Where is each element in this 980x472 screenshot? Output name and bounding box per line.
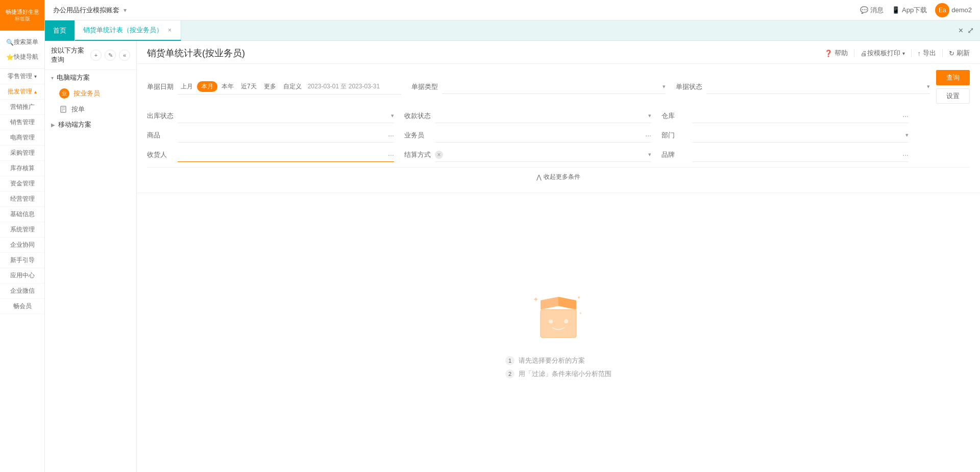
- sidebar-item-label: 资金管理: [10, 179, 35, 188]
- dept-control[interactable]: ▾: [692, 128, 909, 143]
- collapse-panel-button[interactable]: «: [119, 50, 130, 61]
- sidebar-item-sales[interactable]: 销售管理: [0, 115, 44, 130]
- sidebar-item-weixin[interactable]: 企业微信: [0, 284, 44, 299]
- filter-row-2: 出库状态 ▾ 收款状态 ▾: [147, 109, 970, 123]
- user-avatar-item[interactable]: Ea demo2: [935, 3, 972, 17]
- main-area: 办公用品行业模拟账套 ▾ 💬 消息 📱 App下载 Ea demo2 首页: [45, 0, 980, 472]
- print-button[interactable]: 🖨 按模板打印 ▾: [861, 49, 905, 58]
- avatar[interactable]: Ea: [935, 3, 949, 17]
- export-button[interactable]: ↑ 导出: [918, 49, 937, 58]
- refresh-button[interactable]: ↻ 刷新: [949, 49, 970, 58]
- this-month-btn[interactable]: 本月: [197, 81, 217, 92]
- sidebar-item-member[interactable]: 畅会员: [0, 299, 44, 314]
- empty-hint-2: 2 用「过滤」条件来缩小分析范围: [505, 369, 611, 379]
- settlement-clear-icon[interactable]: ×: [435, 151, 443, 159]
- sidebar-item-label: 新手引导: [10, 256, 35, 265]
- message-item[interactable]: 💬 消息: [860, 6, 884, 15]
- sidebar-item-operation[interactable]: 经营管理: [0, 192, 44, 207]
- consignee-label: 收货人: [147, 150, 178, 159]
- filter-row-1: 单据日期 上月 本月 本年 近7天 更多 自定义 2023-03-01 至 20…: [147, 70, 970, 104]
- consignee-filter-item: 收货人 ···: [147, 148, 394, 162]
- more-date-btn[interactable]: 更多: [261, 81, 279, 92]
- sidebar-item-retail[interactable]: 零售管理 ▾: [0, 69, 44, 84]
- settlement-control[interactable]: × ▾: [435, 148, 651, 162]
- sidebar-item-purchase[interactable]: 采购管理: [0, 146, 44, 161]
- doc-type-arrow[interactable]: ▾: [663, 83, 666, 90]
- sidebar-item-guide[interactable]: 新手引导: [0, 253, 44, 268]
- last-month-btn[interactable]: 上月: [178, 81, 196, 92]
- settlement-arrow[interactable]: ▾: [648, 151, 651, 158]
- filter-row-3: 商品 ··· 业务员 ···: [147, 128, 970, 143]
- salesperson-scheme-item[interactable]: 业 按业务员: [45, 85, 136, 102]
- collapse-more-button[interactable]: ⋀ 收起更多条件: [530, 171, 586, 183]
- recv-status-filter-item: 收款状态 ▾: [404, 109, 651, 123]
- add-scheme-button[interactable]: +: [90, 50, 102, 61]
- sidebar-item-system[interactable]: 系统管理: [0, 222, 44, 238]
- tab-close-icon[interactable]: ×: [167, 26, 173, 35]
- doc-status-arrow[interactable]: ▾: [927, 83, 930, 90]
- sidebar-item-marketing[interactable]: 营销推广: [0, 100, 44, 115]
- sidebar-item-label: 经营管理: [10, 195, 35, 203]
- date-filter-control[interactable]: 上月 本月 本年 近7天 更多 自定义 2023-03-01 至 2023-03…: [178, 79, 401, 95]
- recv-status-arrow[interactable]: ▾: [648, 112, 651, 119]
- topbar-dropdown-icon[interactable]: ▾: [124, 7, 127, 14]
- sidebar-item-basic[interactable]: 基础信息: [0, 207, 44, 222]
- warehouse-control[interactable]: ···: [692, 109, 909, 123]
- sidebar-item-apps[interactable]: 应用中心: [0, 268, 44, 284]
- edit-scheme-button[interactable]: ✎: [105, 50, 116, 61]
- brand-more-icon[interactable]: ···: [902, 151, 909, 159]
- shortcut-nav-item[interactable]: ⭐ 快捷导航: [4, 50, 40, 64]
- right-content: 销货单统计表(按业务员) ❓ 帮助 🖨 按模板打印 ▾ ↑: [137, 41, 980, 472]
- desktop-scheme-header[interactable]: ▾ 电脑端方案: [45, 70, 136, 85]
- print-dropdown-icon[interactable]: ▾: [902, 51, 905, 56]
- doc-type-filter-item: 单据类型 ▾: [411, 80, 666, 94]
- out-status-arrow[interactable]: ▾: [391, 112, 394, 119]
- dept-arrow[interactable]: ▾: [905, 132, 909, 138]
- search-menu-item[interactable]: 🔍 搜索菜单: [4, 35, 40, 50]
- brand-control[interactable]: ···: [692, 148, 909, 162]
- sidebar-item-label: 营销推广: [10, 103, 35, 111]
- group-expand-icon: ▾: [51, 75, 54, 81]
- group-collapsed-icon: ▶: [51, 122, 55, 128]
- tab-sales-stats[interactable]: 销货单统计表（按业务员） ×: [75, 20, 181, 41]
- tab-close-button[interactable]: ×: [959, 26, 963, 35]
- goods-more-icon[interactable]: ···: [388, 131, 394, 139]
- consignee-control[interactable]: ···: [178, 148, 394, 162]
- mobile-scheme-header[interactable]: ▶ 移动端方案: [45, 117, 136, 132]
- sidebar-item-ecommerce[interactable]: 电商管理: [0, 130, 44, 146]
- salesperson-control[interactable]: ···: [435, 128, 651, 143]
- last-7days-btn[interactable]: 近7天: [238, 81, 260, 92]
- this-year-btn[interactable]: 本年: [218, 81, 237, 92]
- search-icon: 🔍: [6, 39, 14, 46]
- goods-control[interactable]: ···: [178, 128, 394, 143]
- warehouse-more-icon[interactable]: ···: [902, 112, 909, 120]
- page-title: 销货单统计表(按业务员): [147, 47, 245, 59]
- left-panel-header: 按以下方案查询 + ✎ «: [45, 41, 136, 70]
- tab-maximize-button[interactable]: ⤢: [967, 26, 974, 35]
- help-button[interactable]: ❓ 帮助: [824, 49, 848, 58]
- svg-marker-5: [541, 297, 558, 310]
- custom-date-btn[interactable]: 自定义: [280, 81, 305, 92]
- out-status-control[interactable]: ▾: [178, 109, 394, 123]
- app-download-item[interactable]: 📱 App下载: [892, 6, 927, 15]
- sidebar-item-wholesale[interactable]: 批发管理 ▴: [0, 84, 44, 100]
- sidebar-item-finance[interactable]: 资金管理: [0, 176, 44, 192]
- logo-text: 畅捷通好生意: [6, 8, 39, 15]
- doc-status-control[interactable]: ▾: [706, 80, 930, 94]
- by-order-scheme-item[interactable]: 按单: [45, 102, 136, 117]
- query-button[interactable]: 查询: [936, 70, 970, 85]
- recv-status-control[interactable]: ▾: [435, 109, 651, 123]
- settings-button[interactable]: 设置: [936, 88, 970, 104]
- salesperson-icon: 业: [59, 88, 69, 99]
- settlement-filter-item: 结算方式 × ▾: [404, 148, 651, 162]
- out-status-filter-item: 出库状态 ▾: [147, 109, 394, 123]
- collapse-icon: «: [123, 52, 126, 58]
- tab-home[interactable]: 首页: [45, 20, 75, 41]
- sidebar-item-inventory[interactable]: 库存核算: [0, 161, 44, 176]
- filter-area: 单据日期 上月 本月 本年 近7天 更多 自定义 2023-03-01 至 20…: [137, 64, 980, 193]
- doc-type-control[interactable]: ▾: [442, 80, 666, 94]
- consignee-more-icon[interactable]: ···: [388, 151, 394, 159]
- salesperson-more-icon[interactable]: ···: [645, 131, 651, 139]
- sidebar-item-enterprise[interactable]: 企业协同: [0, 238, 44, 253]
- by-order-label: 按单: [71, 105, 85, 114]
